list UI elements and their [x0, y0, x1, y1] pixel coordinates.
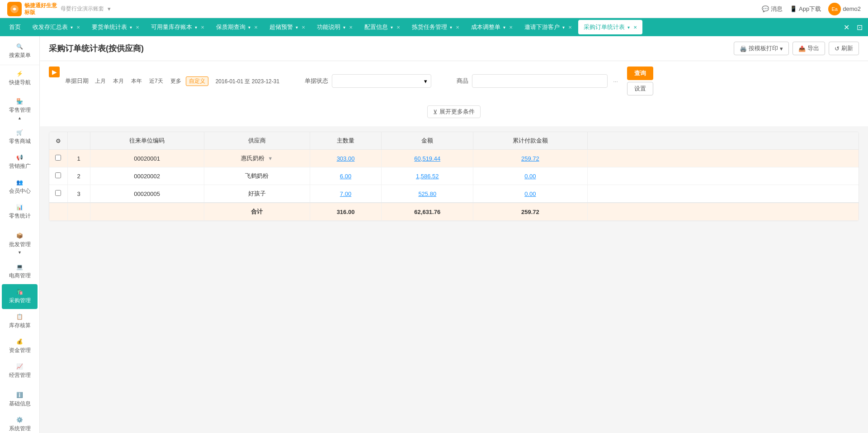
search-icon: 🔍 [16, 43, 23, 50]
tab-purchase-summary[interactable]: 采购订单统计表 ▾ ✕ [578, 20, 642, 34]
footer-checkbox-cell [49, 203, 67, 221]
tab-arrow-icon: ▾ [343, 25, 345, 30]
tab-invite-downstream[interactable]: 邀请下游客户 ▾ ✕ [519, 20, 577, 34]
query-button[interactable]: 查询 [627, 67, 653, 80]
goods-input[interactable] [472, 74, 608, 88]
sidebar-item-marketing[interactable]: 📢 营销推广 [2, 150, 38, 175]
member-center-icon: 👥 [16, 179, 23, 186]
operations-manage-icon: 📈 [16, 363, 23, 370]
footer-label-cell [90, 203, 204, 221]
date-shortcut-more[interactable]: 更多 [168, 76, 184, 86]
sidebar-item-purchase-manage[interactable]: 🛍️ 采购管理 [2, 284, 38, 309]
main-qty-cell: 303.00 [310, 150, 382, 167]
ecommerce-icon: 💻 [16, 264, 23, 270]
nav-restore-button[interactable]: ⊡ [855, 21, 864, 33]
tab-cost-adjust[interactable]: 成本调整单 ▾ ✕ [466, 20, 518, 34]
sidebar-item-inventory-check[interactable]: 📋 库存核算 [2, 309, 38, 334]
tab-overstock-warning[interactable]: 超储预警 ▾ ✕ [264, 20, 311, 34]
cumulative-payment-cell: 0.00 [473, 167, 587, 185]
tab-close-icon[interactable]: ✕ [568, 25, 572, 30]
tab-config-info[interactable]: 配置信息 ▾ ✕ [359, 20, 406, 34]
app-download-button[interactable]: 📱 App下载 [790, 5, 821, 13]
tab-picking-task[interactable]: 拣货任务管理 ▾ ✕ [406, 20, 465, 34]
row-checkbox[interactable] [55, 190, 61, 196]
marketing-icon: 📢 [16, 154, 23, 161]
sidebar-item-member-center[interactable]: 👥 会员中心 [2, 175, 38, 200]
sidebar-item-wholesale-manage[interactable]: 📦 批发管理 ▼ [2, 228, 38, 259]
sidebar-item-finance-manage[interactable]: 💰 资金管理 [2, 334, 38, 359]
main-qty-cell: 6.00 [310, 167, 382, 185]
tab-arrow-icon: ▾ [71, 25, 73, 30]
goods-more-icon[interactable]: ··· [611, 78, 620, 85]
export-button[interactable]: 📤 导出 [793, 42, 825, 55]
date-shortcut-last-month[interactable]: 上月 [92, 76, 108, 86]
supplier-expand-icon[interactable]: ▼ [268, 156, 273, 161]
refresh-icon: ↺ [835, 45, 840, 52]
nav-end-controls: ✕ ⊡ [842, 21, 864, 33]
tab-close-icon[interactable]: ✕ [302, 25, 305, 30]
tab-close-icon[interactable]: ✕ [509, 25, 513, 30]
sidebar: 🔍 搜索菜单 ⚡ 快捷导航 🏪 零售管理 ▲ 🛒 零售商城 📢 营销推广 👥 会… [0, 36, 40, 433]
message-button[interactable]: 💬 消息 [762, 5, 783, 13]
user-avatar-area[interactable]: Ea demo2 [828, 3, 861, 15]
sidebar-item-system-manage[interactable]: ⚙️ 系统管理 [2, 412, 38, 433]
select-dropdown-icon: ▾ [424, 78, 427, 85]
page-title-row: 采购订单统计表(按供应商) 🖨️ 按模板打印 ▾ 📤 导出 ↺ 刷新 [49, 42, 859, 55]
settings-button[interactable]: 设置 [627, 82, 653, 95]
sidebar-item-basic-info[interactable]: ℹ️ 基础信息 [2, 387, 38, 412]
tab-warranty-query[interactable]: 保质期查询 ▾ ✕ [211, 20, 263, 34]
status-select[interactable]: ▾ [332, 74, 431, 88]
table-settings-icon[interactable]: ⚙ [56, 138, 61, 144]
dropdown-arrow-icon[interactable]: ▾ [108, 5, 111, 12]
row-checkbox-cell[interactable] [49, 185, 67, 203]
tab-goods-summary[interactable]: 要货单统计表 ▾ ✕ [86, 20, 145, 34]
sidebar-item-ecommerce-manage[interactable]: 💻 电商管理 [2, 259, 38, 284]
tab-close-icon[interactable]: ✕ [633, 25, 637, 30]
footer-amount-cell: 62,631.76 [382, 203, 473, 221]
sidebar-item-retail-stats[interactable]: 📊 零售统计 [2, 200, 38, 224]
date-shortcut-this-month[interactable]: 本月 [110, 76, 127, 86]
sidebar-item-search[interactable]: 🔍 搜索菜单 [0, 40, 39, 65]
table-row: 1 00020001 惠氏奶粉 ▼ 303.00 60,519.44 259.7… [49, 150, 859, 167]
template-print-button[interactable]: 🖨️ 按模板打印 ▾ [734, 42, 789, 55]
nav-close-all-button[interactable]: ✕ [842, 21, 851, 33]
table-header: ⚙ 往来单位编码 供应商 主数量 金额 累计付款金额 [49, 132, 859, 150]
tab-home[interactable]: 首页 [4, 20, 26, 34]
basic-info-icon: ℹ️ [16, 392, 23, 398]
content-area: 采购订单统计表(按供应商) 🖨️ 按模板打印 ▾ 📤 导出 ↺ 刷新 [40, 36, 868, 433]
filter-expand-toggle[interactable]: ▶ [49, 67, 60, 77]
tab-receive-summary[interactable]: 收发存汇总表 ▾ ✕ [27, 20, 85, 34]
row-checkbox-cell[interactable] [49, 167, 67, 185]
expand-arrow-icon-2: ▼ [18, 250, 22, 255]
row-checkbox-cell[interactable] [49, 150, 67, 167]
tab-close-icon[interactable]: ✕ [201, 25, 204, 30]
table-row: 2 00020002 飞鹤奶粉 6.00 1,586.52 0.00 [49, 167, 859, 185]
tab-close-icon[interactable]: ✕ [396, 25, 400, 30]
retail-store-icon: 🛒 [16, 129, 23, 136]
tab-close-icon[interactable]: ✕ [349, 25, 353, 30]
date-shortcut-this-year[interactable]: 本年 [128, 76, 145, 86]
row-checkbox[interactable] [55, 155, 61, 161]
th-settings[interactable]: ⚙ [49, 132, 67, 150]
refresh-button[interactable]: ↺ 刷新 [829, 42, 859, 55]
sidebar-item-retail-store[interactable]: 🛒 零售商城 [2, 125, 38, 150]
table-row: 3 00020005 好孩子 7.00 525.80 0.00 [49, 185, 859, 203]
date-custom-tag[interactable]: 自定义 [186, 76, 208, 86]
sidebar-item-quick-nav[interactable]: ⚡ 快捷导航 [0, 67, 39, 90]
tab-arrow-icon: ▾ [296, 25, 298, 30]
tab-close-icon[interactable]: ✕ [136, 25, 139, 30]
date-range-text: 2016-01-01 至 2023-12-31 [216, 78, 279, 86]
tab-inventory-ledger[interactable]: 可用量库存账本 ▾ ✕ [146, 20, 210, 34]
sidebar-item-operations-manage[interactable]: 📈 经营管理 [2, 359, 38, 384]
date-shortcut-7days[interactable]: 近7天 [146, 76, 166, 86]
tab-close-icon[interactable]: ✕ [254, 25, 258, 30]
expand-more-conditions-button[interactable]: ⊻ 展开更多条件 [427, 105, 481, 118]
tab-function-desc[interactable]: 功能说明 ▾ ✕ [311, 20, 358, 34]
top-bar: 畅捷通好生意 标版 母婴行业演示账套 ▾ 💬 消息 📱 App下载 Ea dem… [0, 0, 868, 18]
status-filter-label: 单据状态 [305, 77, 328, 85]
sidebar-item-retail-manage[interactable]: 🏪 零售管理 ▲ [2, 94, 38, 125]
row-checkbox[interactable] [55, 172, 61, 178]
tab-close-icon[interactable]: ✕ [76, 25, 80, 30]
tab-close-icon[interactable]: ✕ [456, 25, 459, 30]
finance-manage-icon: 💰 [16, 338, 23, 345]
